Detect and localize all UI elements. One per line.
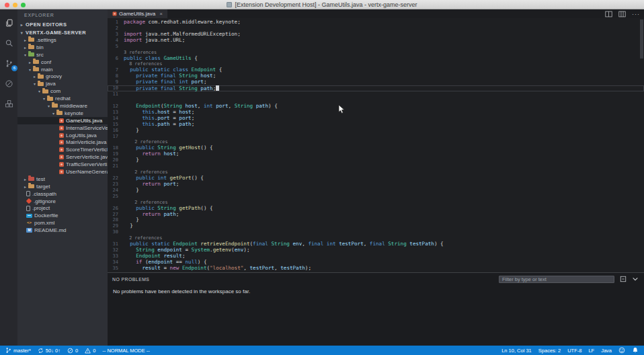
code-line-16[interactable]: 16 } xyxy=(108,128,644,134)
tree-item-mainverticle-java[interactable]: MainVerticle.java xyxy=(17,139,108,146)
chevron-down-icon[interactable]: ▾ xyxy=(29,67,31,72)
code-line-35[interactable]: 35 result = new Endpoint("localhost", te… xyxy=(108,266,644,272)
collapse-all-icon[interactable] xyxy=(620,276,627,282)
tree-item-gitignore[interactable]: .gitignore xyxy=(17,198,108,205)
chevron-down-icon[interactable]: ▾ xyxy=(24,52,26,57)
status-sync[interactable]: 50↓ 0↑ xyxy=(38,348,61,354)
activitybar-extensions[interactable] xyxy=(2,97,15,110)
tree-item-bin[interactable]: ▸bin xyxy=(17,44,108,51)
tree-item-main[interactable]: ▾main xyxy=(17,66,108,73)
code-line-29[interactable]: 29 } xyxy=(108,223,644,229)
code-line-30[interactable]: 30 xyxy=(108,229,644,235)
status-vim-mode[interactable]: -- NORMAL MODE -- xyxy=(102,348,150,354)
code-line-3[interactable]: 3import java.net.MalformedURLException; xyxy=(108,32,644,38)
code-line-32[interactable]: 32 String endpoint = System.getenv(env); xyxy=(108,247,644,253)
chevron-right-icon[interactable]: ▸ xyxy=(29,60,31,65)
chevron-right-icon[interactable]: ▸ xyxy=(34,74,36,79)
chevron-down-icon[interactable]: ▾ xyxy=(38,89,40,93)
close-tab-icon[interactable]: × xyxy=(159,11,163,17)
tree-item-internalservicever[interactable]: InternalServiceVer... xyxy=(17,124,108,132)
code-line-20[interactable]: 20 } xyxy=(108,157,644,163)
tree-item-groovy[interactable]: ▸groovy xyxy=(17,73,108,80)
tree-item-java[interactable]: ▾java xyxy=(17,80,108,87)
chevron-down-icon[interactable]: ▾ xyxy=(34,81,36,86)
code-line-6[interactable]: 6public class GameUtils { xyxy=(108,56,644,62)
status-warnings[interactable]: 0 xyxy=(85,348,95,354)
tree-item-logutils-java[interactable]: LogUtils.java xyxy=(17,132,108,139)
tree-item-middleware[interactable]: ▾middleware xyxy=(17,102,108,110)
tree-item-project[interactable]: .project xyxy=(17,204,108,212)
code-line-26[interactable]: 26 public String getPath() { xyxy=(108,206,644,212)
code-line-18[interactable]: 18 public String getHost() { xyxy=(108,145,644,151)
activitybar-source-control[interactable]: 6 xyxy=(2,56,15,70)
tree-item-settings[interactable]: ▸.settings xyxy=(17,36,108,44)
tree-item-serververticle-java[interactable]: ServerVerticle.java xyxy=(17,153,108,161)
chevron-right-icon[interactable]: ▸ xyxy=(24,38,26,42)
chevron-right-icon[interactable]: ▸ xyxy=(24,184,26,189)
code-line-27[interactable]: 27 return path; xyxy=(108,212,644,218)
code-line-19[interactable]: 19 return host; xyxy=(108,151,644,157)
code-line-4[interactable]: 4import java.net.URL; xyxy=(108,38,644,44)
activitybar-search[interactable] xyxy=(2,36,15,50)
tree-item-keynote[interactable]: ▾keynote xyxy=(17,110,108,117)
open-editors-section[interactable]: ▸ OPEN EDITORS xyxy=(17,20,108,28)
code-line-21[interactable]: 21 xyxy=(108,163,644,169)
code-line-25[interactable]: 25 xyxy=(108,194,644,200)
tree-item-classpath[interactable]: .classpath xyxy=(17,190,108,198)
code-line-9[interactable]: 9 private final int port; xyxy=(108,79,644,85)
tree-item-pom-xml[interactable]: pom.xml xyxy=(17,219,108,227)
status-git-branch[interactable]: master* xyxy=(5,347,31,354)
code-line-10[interactable]: 10 private final String path; xyxy=(108,85,644,91)
code-line-23[interactable]: 23 return port; xyxy=(108,182,644,188)
status-cursor-position[interactable]: Ln 10, Col 31 xyxy=(501,348,532,354)
code-line-24[interactable]: 24 } xyxy=(108,188,644,194)
code-line-17[interactable]: 17 xyxy=(108,134,644,140)
tree-item-scoretimerverticl[interactable]: ScoreTimerVerticl... xyxy=(17,146,108,153)
maximize-window-button[interactable] xyxy=(21,3,26,7)
chevron-right-icon[interactable]: ▸ xyxy=(24,45,26,50)
workspace-root-section[interactable]: ▾ VERTX-GAME-SERVER xyxy=(17,28,108,36)
problems-filter-input[interactable] xyxy=(499,276,614,283)
activitybar-explorer[interactable] xyxy=(2,16,15,30)
close-window-button[interactable] xyxy=(5,3,9,7)
activitybar-debug[interactable] xyxy=(2,77,15,90)
chevron-down-icon[interactable]: ▾ xyxy=(52,111,54,116)
status-feedback[interactable] xyxy=(618,347,625,354)
minimize-window-button[interactable] xyxy=(13,3,17,7)
code-editor[interactable]: 1package com.redhat.middleware.keynote;2… xyxy=(108,18,644,272)
chevron-right-icon[interactable]: ▸ xyxy=(24,177,26,182)
status-encoding[interactable]: UTF-8 xyxy=(567,348,581,354)
tree-item-com[interactable]: ▾com xyxy=(17,87,108,95)
code-line-1[interactable]: 1package com.redhat.middleware.keynote; xyxy=(108,19,644,26)
tree-item-conf[interactable]: ▸conf xyxy=(17,58,108,66)
code-line-15[interactable]: 15 this.path = path; xyxy=(108,122,644,128)
line-number: 3 xyxy=(108,32,118,38)
tab-gameutils-java[interactable]: GameUtils.java × xyxy=(108,9,167,18)
tree-item-target[interactable]: ▸target xyxy=(17,183,108,190)
window-title-text: [Extension Development Host] - GameUtils… xyxy=(235,1,417,8)
tree-item-gameutils-java[interactable]: GameUtils.java xyxy=(17,117,108,124)
status-notifications[interactable] xyxy=(632,347,639,354)
tree-item-trafficserververti[interactable]: TrafficServerVerti... xyxy=(17,161,108,168)
code-line-11[interactable]: 11 xyxy=(108,91,644,97)
tree-item-test[interactable]: ▸test xyxy=(17,175,108,183)
tree-item-usernamegenerat[interactable]: UserNameGenerat... xyxy=(17,168,108,175)
chevron-down-icon[interactable]: ▾ xyxy=(43,96,45,101)
tree-item-dockerfile[interactable]: Dockerfile xyxy=(17,212,108,219)
tree-item-src[interactable]: ▾src xyxy=(17,51,108,58)
code-line-22[interactable]: 22 public int getPort() { xyxy=(108,175,644,182)
tree-item-readme-md[interactable]: README.md xyxy=(17,227,108,234)
tree-item-redhat[interactable]: ▾redhat xyxy=(17,95,108,102)
hide-panel-chevron-icon[interactable] xyxy=(632,276,639,282)
tree-item-label: ServerVerticle.java xyxy=(66,154,108,160)
status-errors[interactable]: 0 xyxy=(67,348,78,354)
split-editor-icon[interactable] xyxy=(605,11,612,17)
toggle-layout-icon[interactable] xyxy=(618,11,626,17)
chevron-down-icon[interactable]: ▾ xyxy=(48,104,50,108)
status-eol[interactable]: LF xyxy=(588,348,594,354)
code-line-28[interactable]: 28 } xyxy=(108,217,644,223)
status-indentation[interactable]: Spaces: 2 xyxy=(538,348,561,354)
more-actions-icon[interactable]: ··· xyxy=(632,12,640,16)
status-language-mode[interactable]: Java xyxy=(601,348,612,354)
code-line-5[interactable]: 5 xyxy=(108,44,644,50)
